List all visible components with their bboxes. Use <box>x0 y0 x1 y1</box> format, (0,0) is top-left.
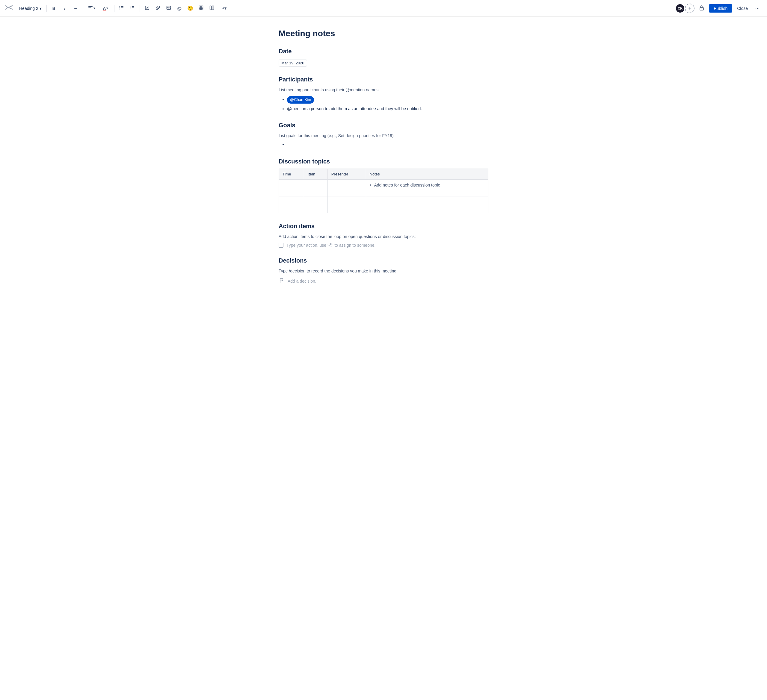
svg-rect-8 <box>121 9 123 9</box>
date-heading: Date <box>278 48 489 55</box>
lock-button[interactable] <box>697 3 707 13</box>
align-button[interactable]: ▾ <box>85 3 98 13</box>
svg-rect-2 <box>88 9 92 9</box>
svg-rect-15 <box>145 6 149 10</box>
table-cell-item[interactable] <box>304 196 328 213</box>
svg-rect-18 <box>199 6 203 10</box>
table-button[interactable] <box>196 3 206 13</box>
mention-chip[interactable]: @Chan Kim <box>287 96 314 103</box>
discussion-topics-section: Discussion topics Time Item Presenter No… <box>278 158 489 213</box>
svg-point-26 <box>702 9 702 9</box>
table-header-presenter: Presenter <box>328 168 366 179</box>
action-placeholder: Type your action, use '@' to assign to s… <box>286 243 376 248</box>
table-cell-notes[interactable]: Add notes for each discussion topic <box>366 179 488 196</box>
decision-icon <box>278 278 285 285</box>
table-header-notes: Notes <box>366 168 488 179</box>
svg-rect-6 <box>121 8 123 8</box>
bold-icon: B <box>53 6 56 11</box>
decisions-section: Decisions Type /decision to record the d… <box>278 257 489 285</box>
bullet-list-button[interactable] <box>117 3 126 13</box>
table-header-item: Item <box>304 168 328 179</box>
table-cell-presenter[interactable] <box>328 196 366 213</box>
ordered-list-button[interactable]: 1. 2. 3. <box>127 3 137 13</box>
table-cell-notes[interactable] <box>366 196 488 213</box>
svg-rect-24 <box>212 6 214 10</box>
toolbar-divider-2 <box>83 5 83 12</box>
table-cell-time[interactable] <box>279 179 304 196</box>
svg-point-5 <box>119 8 120 8</box>
chevron-down-icon: ▾ <box>40 6 41 11</box>
decisions-heading: Decisions <box>278 257 489 264</box>
color-button[interactable]: A ▾ <box>99 3 112 13</box>
table-note-item: Add notes for each discussion topic <box>370 183 484 187</box>
heading-selector[interactable]: Heading 2 ▾ <box>17 5 44 12</box>
heading-selector-label: Heading 2 <box>19 6 38 11</box>
link-button[interactable] <box>153 3 163 13</box>
plus-icon: + <box>689 6 691 11</box>
list-item: @mention a person to add them as an atte… <box>287 105 489 112</box>
svg-rect-12 <box>132 8 134 8</box>
table-cell-presenter[interactable] <box>328 179 366 196</box>
insert-more-icon: +▾ <box>222 6 227 11</box>
decision-row: Add a decision... <box>278 278 489 285</box>
avatar[interactable]: CK <box>675 3 685 13</box>
emoji-button[interactable]: 🙂 <box>185 3 195 13</box>
image-button[interactable] <box>164 3 173 13</box>
svg-rect-1 <box>88 8 91 8</box>
action-items-section: Action items Add action items to close t… <box>278 223 489 248</box>
svg-point-3 <box>119 6 120 7</box>
layout-icon <box>209 5 214 11</box>
link-icon <box>156 5 160 11</box>
align-chevron: ▾ <box>94 6 95 10</box>
table-header-row: Time Item Presenter Notes <box>279 168 489 179</box>
list-item: @Chan Kim <box>287 96 489 103</box>
emoji-icon: 🙂 <box>187 5 193 11</box>
svg-point-7 <box>119 9 120 10</box>
more-formatting-button[interactable]: ··· <box>71 3 80 13</box>
toolbar-right: CK + Publish Close ··· <box>675 3 762 13</box>
date-chip[interactable]: Mar 19, 2020 <box>278 60 307 67</box>
image-icon <box>166 5 171 11</box>
italic-icon: I <box>64 6 65 11</box>
publish-button[interactable]: Publish <box>709 4 732 13</box>
discussion-topics-heading: Discussion topics <box>278 158 489 165</box>
confluence-logo <box>5 3 13 13</box>
more-options-button[interactable]: ··· <box>753 3 762 13</box>
toolbar-divider-1 <box>46 5 47 12</box>
italic-button[interactable]: I <box>60 3 70 13</box>
table-header-time: Time <box>279 168 304 179</box>
mention-icon: @ <box>177 6 182 11</box>
more-format-icon: ··· <box>74 6 77 11</box>
toolbar-divider-3 <box>114 5 115 12</box>
table-cell-time[interactable] <box>279 196 304 213</box>
participants-description: List meeting participants using their @m… <box>278 87 489 93</box>
table-cell-item[interactable] <box>304 179 328 196</box>
list-item[interactable] <box>287 142 489 149</box>
svg-rect-10 <box>132 6 134 7</box>
participants-heading: Participants <box>278 76 489 83</box>
bold-button[interactable]: B <box>49 3 59 13</box>
svg-text:3.: 3. <box>130 8 132 10</box>
toolbar: Heading 2 ▾ B I ··· ▾ A ▾ <box>0 0 767 17</box>
table-row: Add notes for each discussion topic <box>279 179 489 196</box>
goals-description: List goals for this meeting (e.g., Set d… <box>278 132 489 139</box>
lock-icon <box>699 5 704 11</box>
insert-more-button[interactable]: +▾ <box>218 3 231 13</box>
goals-list <box>278 142 489 149</box>
decision-placeholder[interactable]: Add a decision... <box>288 279 319 284</box>
mention-button[interactable]: @ <box>175 3 184 13</box>
close-button[interactable]: Close <box>735 4 750 13</box>
table-row <box>279 196 489 213</box>
date-section: Date Mar 19, 2020 <box>278 48 489 67</box>
ordered-list-icon: 1. 2. 3. <box>130 5 135 11</box>
bullet-list-icon <box>119 5 124 11</box>
layout-button[interactable] <box>207 3 216 13</box>
add-collaborator-button[interactable]: + <box>685 3 694 13</box>
discussion-table: Time Item Presenter Notes Add notes for … <box>278 168 489 213</box>
participants-section: Participants List meeting participants u… <box>278 76 489 112</box>
avatar-group: CK + <box>675 3 694 13</box>
action-items-description: Add action items to close the loop on op… <box>278 233 489 240</box>
document-title[interactable]: Meeting notes <box>278 29 489 38</box>
checkbox-button[interactable] <box>142 3 152 13</box>
action-checkbox[interactable] <box>278 243 283 248</box>
